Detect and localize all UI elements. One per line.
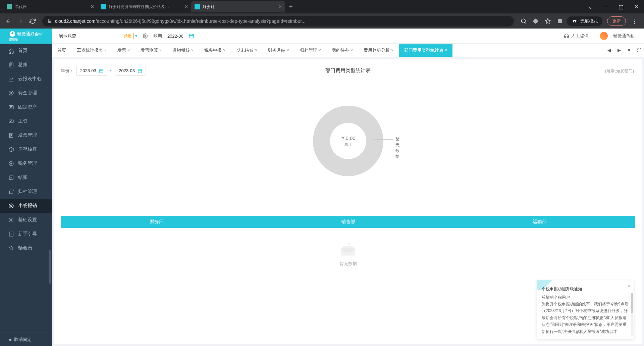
maximize-button[interactable]: ▢	[613, 0, 629, 13]
sidebar-item-settings[interactable]: 基础设置	[0, 213, 52, 227]
close-icon[interactable]: ×	[159, 48, 162, 53]
notification-close-icon[interactable]: ×	[628, 282, 630, 290]
page-tab-7[interactable]: 财务月结×	[263, 44, 294, 57]
minimize-button[interactable]: —	[598, 0, 613, 13]
reload-button[interactable]	[28, 16, 38, 26]
tab-label: 部门费用类型统计表	[404, 47, 443, 53]
sidebar-item-assets[interactable]: 固定资产	[0, 100, 52, 114]
account-badge-group[interactable]: 禁用 ▾	[122, 33, 137, 39]
report-content: 年份： 2023-03 ~ 2023-03 部门费用类型统计表 (展示top10…	[54, 59, 642, 344]
url-bar[interactable]: cloud2.chanjet.com/accounting/uh26t264j5…	[42, 16, 514, 27]
close-icon[interactable]: ×	[319, 48, 321, 53]
main: 演示账套 禁用 ▾ 账期 2022-06 人工咨询 畅捷通B组...	[52, 29, 644, 346]
browser-tab-1[interactable]: 好会计财务管理软件购买价格及… ×	[97, 1, 191, 12]
calendar-icon[interactable]	[189, 33, 194, 39]
bookmark-icon[interactable]	[543, 16, 553, 26]
page-tab-5[interactable]: 税务申报×	[199, 44, 231, 57]
close-icon[interactable]: ×	[287, 48, 289, 53]
page-tab-10[interactable]: 费用趋势分析×	[358, 44, 399, 57]
extension-icon[interactable]	[531, 16, 541, 26]
sidebar-item-guide[interactable]: 新手引导	[0, 227, 52, 241]
close-icon[interactable]: ×	[279, 4, 282, 10]
page-tab-9[interactable]: 我的待办×	[326, 44, 358, 57]
browser-chrome: 易代账 × 好会计财务管理软件购买价格及… × 好会计 × + ⌄ — ▢ ✕	[0, 0, 644, 29]
browser-tab-0[interactable]: 易代账 ×	[3, 1, 97, 12]
sidebar-item-home[interactable]: 首页	[0, 44, 52, 58]
tax-icon	[8, 160, 14, 166]
tabs-close-all[interactable]: ✕	[624, 44, 634, 57]
notification-scrollbar[interactable]	[631, 293, 633, 336]
date-to-input[interactable]: 2023-03	[115, 66, 146, 76]
close-icon[interactable]: ×	[445, 48, 447, 53]
account-set-label[interactable]: 演示账套	[59, 33, 76, 39]
new-tab-button[interactable]: +	[285, 3, 297, 10]
sidebar-item-reimburse[interactable]: 小畅报销	[0, 199, 52, 213]
dept-cell-0[interactable]: 财务部	[61, 219, 252, 225]
date-from-input[interactable]: 2023-03	[76, 66, 107, 76]
close-icon[interactable]: ×	[255, 48, 257, 53]
close-button[interactable]: ✕	[629, 0, 644, 13]
sidebar-item-ledger[interactable]: 总账	[0, 58, 52, 72]
update-button[interactable]: 更新	[607, 16, 626, 26]
tab-label: 归档管理	[300, 47, 317, 53]
department-header-row: 财务部 销售部 运输部	[61, 216, 635, 228]
close-icon[interactable]: ×	[351, 48, 353, 53]
close-icon[interactable]: ×	[391, 48, 393, 53]
back-button[interactable]	[3, 16, 13, 26]
close-icon[interactable]: ×	[104, 48, 107, 53]
dept-cell-2[interactable]: 运输部	[444, 219, 635, 225]
sidebar-unpin[interactable]: ◀ 取消固定	[0, 333, 52, 346]
svg-rect-7	[9, 120, 13, 123]
sidebar-item-member[interactable]: 畅会员	[0, 241, 52, 255]
sidebar-item-label: 库存核算	[18, 146, 37, 152]
page-tab-1[interactable]: 工资统计报表×	[71, 44, 112, 57]
gear-icon[interactable]	[143, 33, 148, 39]
tabs-scroll-right[interactable]: ▶	[614, 44, 624, 57]
page-tab-3[interactable]: 发票测算×	[135, 44, 167, 57]
close-icon[interactable]: ×	[91, 4, 94, 10]
sidebar-item-invoice[interactable]: 发票管理	[0, 128, 52, 142]
app-logo[interactable]: 畅捷通好会计 旗舰版	[0, 29, 52, 44]
kebab-menu-icon[interactable]: ⋮	[628, 17, 641, 25]
donut-leader-line	[373, 139, 393, 140]
zoom-icon[interactable]	[519, 16, 529, 26]
invoice-icon	[8, 132, 14, 138]
browser-tab-2[interactable]: 好会计 ×	[191, 1, 285, 12]
donut-subtitle: 总计	[344, 142, 352, 147]
sidebar-scrollbar[interactable]	[49, 250, 51, 284]
inventory-icon	[8, 146, 14, 152]
sidebar-item-label: 畅会员	[18, 245, 32, 251]
page-tab-4[interactable]: 进销稽核×	[167, 44, 199, 57]
period-value[interactable]: 2022-06	[167, 34, 183, 39]
page-tab-8[interactable]: 归档管理×	[294, 44, 326, 57]
sidebar-item-closing[interactable]: 结账	[0, 170, 52, 185]
sidebar-item-funds[interactable]: 资金管理	[0, 86, 52, 100]
page-tab-2[interactable]: 发票×	[112, 44, 135, 57]
sidebar-item-salary[interactable]: 工资	[0, 114, 52, 128]
page-tab-11[interactable]: 部门费用类型统计表×	[399, 44, 452, 57]
dropdown-icon[interactable]: ⌄	[582, 0, 598, 13]
sidebar-item-tax[interactable]: 税务管理	[0, 156, 52, 170]
close-icon[interactable]: ×	[127, 48, 130, 53]
tabs-scroll-left[interactable]: ◀	[604, 44, 614, 57]
close-icon[interactable]: ×	[191, 48, 194, 53]
scrollbar-thumb[interactable]	[631, 293, 633, 313]
support-link[interactable]: 人工咨询	[564, 33, 589, 39]
forward-button[interactable]	[15, 16, 25, 26]
svg-point-3	[575, 21, 577, 22]
sidebar-item-label: 资金管理	[18, 90, 37, 96]
incognito-badge[interactable]: 无痕模式	[567, 16, 602, 26]
page-tab-6[interactable]: 期末结转×	[231, 44, 263, 57]
close-icon[interactable]: ×	[185, 4, 188, 10]
sidebar-item-reports[interactable]: 云报表中心	[0, 72, 52, 86]
avatar[interactable]	[600, 32, 608, 40]
sidebar-item-inventory[interactable]: 库存核算	[0, 142, 52, 156]
sidebar-item-archive[interactable]: 归档管理	[0, 185, 52, 199]
close-icon[interactable]: ×	[223, 48, 225, 53]
tabs-controls: ◀ ▶ ✕	[604, 44, 644, 57]
reading-list-icon[interactable]	[555, 16, 565, 26]
fullscreen-icon[interactable]	[634, 44, 644, 57]
dept-cell-1[interactable]: 销售部	[252, 219, 444, 225]
user-name[interactable]: 畅捷通B组...	[613, 33, 637, 39]
page-tab-0[interactable]: 首页	[52, 44, 71, 57]
